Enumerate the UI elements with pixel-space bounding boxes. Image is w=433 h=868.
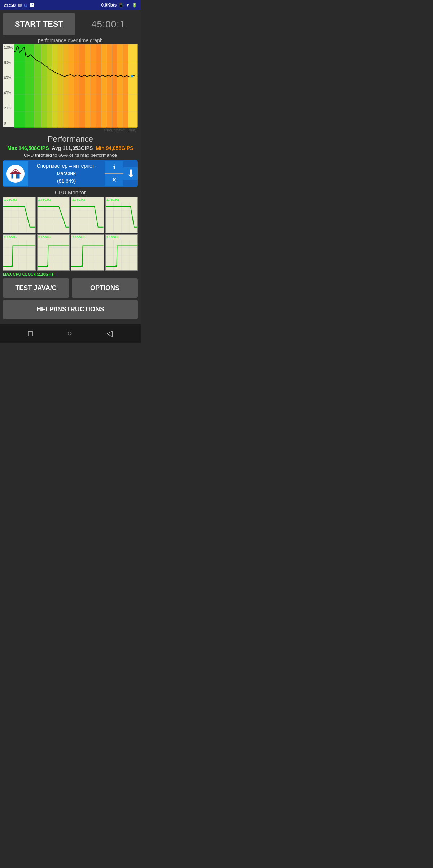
svg-point-85 bbox=[82, 265, 83, 267]
cpu-core-2-freq: 1.78GHz bbox=[38, 198, 51, 202]
ad-info-button[interactable]: ℹ bbox=[105, 161, 123, 174]
svg-rect-5 bbox=[52, 44, 58, 128]
photo-icon: 🖼 bbox=[30, 3, 34, 8]
svg-marker-40 bbox=[10, 169, 21, 174]
graph-time-label: time(interval 5min) bbox=[3, 128, 138, 132]
ad-text: Спортмастер – интернет-магазин (81 649) bbox=[28, 160, 105, 187]
cpu-core-2: 1.78GHz bbox=[37, 197, 70, 233]
help-instructions-button[interactable]: HELP/INSTRUCTIONS bbox=[3, 300, 138, 319]
svg-rect-0 bbox=[14, 44, 25, 128]
svg-rect-8 bbox=[69, 44, 74, 128]
cpu-core-6: 2.10GHz bbox=[37, 234, 70, 271]
y-label-0: 0 bbox=[3, 122, 13, 125]
cpu-core-1: 1.78GHz bbox=[3, 197, 36, 233]
ad-download-icon[interactable]: ⬇ bbox=[123, 167, 138, 180]
cpu-monitor-title: CPU Monitor bbox=[3, 189, 138, 195]
cpu-core-6-freq: 2.10GHz bbox=[38, 236, 51, 239]
svg-rect-7 bbox=[63, 44, 69, 128]
status-right: 0.0Kb/s 📳 ▼ 🔋 bbox=[101, 3, 137, 8]
timer-display: 45:00:1 bbox=[79, 19, 138, 30]
y-label-80: 80% bbox=[3, 61, 13, 65]
gmail-icon: ✉ bbox=[18, 3, 22, 8]
svg-rect-11 bbox=[85, 44, 90, 128]
graph-y-labels: 100% 80% 60% 40% 20% 0 bbox=[3, 44, 13, 127]
nav-bar: □ ○ ◁ bbox=[0, 324, 141, 343]
svg-point-78 bbox=[47, 265, 48, 267]
time-display: 21:50 bbox=[4, 3, 16, 8]
cpu-core-8-freq: 2.10GHz bbox=[106, 236, 119, 239]
cpu-core-5-freq: 2.10GHz bbox=[4, 236, 17, 239]
nav-triangle-icon[interactable]: ◁ bbox=[106, 329, 113, 338]
bottom-button-row: TEST JAVA/C OPTIONS bbox=[3, 278, 138, 298]
battery-icon: 🔋 bbox=[132, 3, 137, 8]
min-stat: Min 94,058GIPS bbox=[96, 145, 133, 151]
y-label-40: 40% bbox=[3, 91, 13, 95]
avg-stat: Avg 111,053GIPS bbox=[52, 145, 93, 151]
cpu-core-7: 2.10GHz bbox=[71, 234, 104, 271]
y-label-20: 20% bbox=[3, 107, 13, 110]
cpu-core-1-freq: 1.78GHz bbox=[4, 198, 17, 202]
svg-rect-17 bbox=[118, 44, 123, 128]
cpu-core-4-freq: 1.78GHz bbox=[106, 198, 119, 202]
svg-rect-10 bbox=[79, 44, 85, 128]
graph-title: performance over time graph bbox=[3, 38, 138, 43]
cpu-core-3: 1.78GHz bbox=[71, 197, 104, 233]
svg-rect-4 bbox=[47, 44, 52, 128]
nav-square-icon[interactable]: □ bbox=[28, 329, 33, 338]
ad-banner[interactable]: Спортмастер – интернет-магазин (81 649) … bbox=[3, 160, 138, 187]
status-left: 21:50 ✉ G 🖼 bbox=[4, 3, 34, 8]
svg-rect-14 bbox=[101, 44, 106, 128]
nav-circle-icon[interactable]: ○ bbox=[67, 329, 72, 338]
y-label-60: 60% bbox=[3, 76, 13, 80]
svg-point-37 bbox=[131, 75, 133, 77]
svg-rect-3 bbox=[41, 44, 47, 128]
start-test-button[interactable]: START TEST bbox=[3, 13, 75, 35]
ad-logo bbox=[3, 161, 28, 186]
performance-stats: Max 146,508GIPS Avg 111,053GIPS Min 94,0… bbox=[3, 145, 138, 151]
main-content: START TEST 45:00:1 performance over time… bbox=[0, 10, 141, 324]
svg-rect-6 bbox=[58, 44, 63, 128]
performance-graph bbox=[14, 44, 137, 128]
cpu-core-8: 2.10GHz bbox=[105, 234, 138, 271]
status-bar: 21:50 ✉ G 🖼 0.0Kb/s 📳 ▼ 🔋 bbox=[0, 0, 141, 10]
svg-rect-16 bbox=[112, 44, 118, 128]
cpu-core-7-freq: 2.10GHz bbox=[72, 236, 85, 239]
ad-actions: ℹ ✕ bbox=[105, 161, 123, 186]
svg-point-92 bbox=[115, 265, 117, 267]
svg-rect-2 bbox=[34, 44, 41, 128]
graph-section: performance over time graph 100% 80% 60%… bbox=[3, 38, 138, 132]
cpu-core-5: 2.10GHz bbox=[3, 234, 36, 271]
svg-rect-12 bbox=[90, 44, 96, 128]
max-stat: Max 146,508GIPS bbox=[7, 145, 49, 151]
cpu-core-grid: 1.78GHz 1.78GHz bbox=[3, 197, 138, 271]
network-speed: 0.0Kb/s bbox=[101, 3, 117, 8]
svg-rect-9 bbox=[74, 44, 79, 128]
svg-point-71 bbox=[12, 265, 13, 267]
test-java-c-button[interactable]: TEST JAVA/C bbox=[3, 278, 69, 298]
wifi-icon: ▼ bbox=[126, 3, 130, 8]
y-label-100: 100% bbox=[3, 46, 13, 49]
svg-rect-19 bbox=[128, 44, 137, 128]
throttle-text: CPU throttled to 66% of its max performa… bbox=[3, 152, 138, 158]
cpu-monitor-section: CPU Monitor 1.78GHz 1.78GHz bbox=[3, 189, 138, 276]
svg-rect-15 bbox=[107, 44, 112, 128]
cpu-core-4: 1.78GHz bbox=[105, 197, 138, 233]
svg-rect-18 bbox=[123, 44, 128, 128]
vibrate-icon: 📳 bbox=[118, 3, 124, 8]
cpu-core-3-freq: 1.78GHz bbox=[72, 198, 85, 202]
max-clock-label: MAX CPU CLOCK:2.10GHz bbox=[3, 272, 138, 276]
graph-container: 100% 80% 60% 40% 20% 0 bbox=[3, 44, 138, 127]
top-row: START TEST 45:00:1 bbox=[3, 13, 138, 35]
svg-rect-13 bbox=[96, 44, 101, 128]
svg-rect-39 bbox=[13, 174, 16, 179]
ad-logo-icon bbox=[6, 165, 25, 183]
performance-title: Performance bbox=[3, 134, 138, 144]
google-icon: G bbox=[24, 3, 27, 8]
ad-close-button[interactable]: ✕ bbox=[105, 174, 123, 186]
performance-section: Performance Max 146,508GIPS Avg 111,053G… bbox=[3, 134, 138, 158]
options-button[interactable]: OPTIONS bbox=[72, 278, 138, 298]
